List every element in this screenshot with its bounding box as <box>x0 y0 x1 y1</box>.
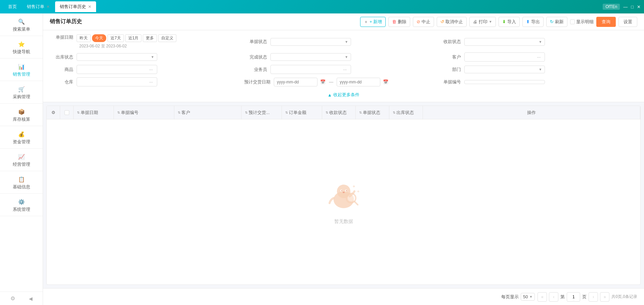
bill-number-input[interactable] <box>464 80 545 84</box>
tab-sales-order-history-close[interactable]: ✕ <box>88 4 91 9</box>
select-all-checkbox[interactable] <box>65 110 69 115</box>
display-details-checkbox-wrap[interactable]: 显示明细 <box>570 19 594 25</box>
payment-status-arrow: ▼ <box>539 40 542 44</box>
print-button[interactable]: 🖨 打印 ▼ <box>469 17 496 27</box>
salesperson-ellipsis[interactable]: ··· <box>342 67 348 72</box>
page-number-input[interactable] <box>567 292 580 302</box>
refresh-button[interactable]: ↻ 刷新 <box>546 17 567 27</box>
page-header: 销售订单历史 ＋ + 新增 🗑 删除 ⊘ 中止 ↺ 取消中止 <box>43 13 644 30</box>
date-filter-group: 单据日期 昨天 今天 近7天 近1月 更多 自定义 2023-06-02 至 2… <box>50 34 244 49</box>
sidebar-item-purchase-mgmt[interactable]: 🛒 采购管理 <box>0 81 43 104</box>
goods-input[interactable]: ··· <box>77 65 157 74</box>
tab-sales-order[interactable]: 销售订单 ✕ <box>22 1 54 12</box>
warehouse-label: 仓库 <box>50 79 77 85</box>
quick-nav-icon: ⭐ <box>18 41 25 47</box>
customer-ellipsis[interactable]: ··· <box>535 54 542 60</box>
tab-sales-order-close[interactable]: ✕ <box>46 4 50 9</box>
cancel-stop-button[interactable]: ↺ 取消中止 <box>437 17 467 27</box>
sort-icon-bill-status[interactable]: ⇅ <box>359 111 362 114</box>
top-bar-right: OfTEn — □ ✕ <box>603 4 641 10</box>
window-maximize[interactable]: □ <box>631 4 634 9</box>
sidebar-item-sales-mgmt[interactable]: 📊 销售管理 <box>0 59 43 81</box>
sidebar-collapse-icon[interactable]: ◀ <box>29 296 33 301</box>
th-settings[interactable]: ⚙ <box>47 106 60 119</box>
query-button[interactable]: 查询 <box>596 17 616 27</box>
sidebar-item-capital-mgmt[interactable]: 💰 资金管理 <box>0 126 43 149</box>
sidebar-item-ops-mgmt[interactable]: 📈 经营管理 <box>0 149 43 171</box>
date-btn-more[interactable]: 更多 <box>143 34 157 42</box>
department-select[interactable]: ▼ <box>464 66 545 73</box>
th-checkbox[interactable] <box>60 106 74 119</box>
sidebar-item-basic-info[interactable]: 📋 基础信息 <box>0 171 43 194</box>
calendar-icon-start[interactable]: 📅 <box>320 79 326 84</box>
window-close[interactable]: ✕ <box>637 4 641 9</box>
delivery-date-filter: 预计交货日期 📅 — 📅 <box>244 78 437 86</box>
sort-icon-customer[interactable]: ⇅ <box>178 111 180 114</box>
delete-icon: 🗑 <box>392 19 396 24</box>
page-size-dropdown[interactable]: 50 ▼ <box>521 293 535 301</box>
customer-input[interactable]: ··· <box>464 52 545 62</box>
search-menu-icon: 🔍 <box>18 18 25 25</box>
next-page-button[interactable]: › <box>589 292 598 302</box>
th-delivery-label: 预计交货... <box>249 110 270 116</box>
date-btn-last7days[interactable]: 近7天 <box>108 34 124 42</box>
delivery-date-start[interactable] <box>274 78 317 86</box>
date-btn-yesterday[interactable]: 昨天 <box>77 34 91 42</box>
payment-status-select[interactable]: ▼ <box>464 38 545 46</box>
collapse-trigger[interactable]: ▲ 收起更多条件 <box>50 90 637 98</box>
salesperson-input[interactable]: ··· <box>270 65 351 74</box>
tab-sales-order-history[interactable]: 销售订单历史 ✕ <box>55 1 96 12</box>
display-details-checkbox[interactable] <box>570 20 575 24</box>
sort-icon-warehouse-status[interactable]: ⇅ <box>393 111 395 114</box>
sort-icon-date[interactable]: ⇅ <box>77 111 80 114</box>
last-page-button[interactable]: » <box>600 292 609 302</box>
sort-icon-payment[interactable]: ⇅ <box>326 111 328 114</box>
sidebar-item-quick-nav[interactable]: ⭐ 快捷导航 <box>0 36 43 59</box>
sidebar-item-basic-info-label: 基础信息 <box>13 184 30 190</box>
sort-icon-amount[interactable]: ⇅ <box>285 111 288 114</box>
delete-button[interactable]: 🗑 删除 <box>388 17 410 27</box>
th-bill-status-label: 单据状态 <box>363 110 380 116</box>
ops-mgmt-icon: 📈 <box>18 153 25 160</box>
sidebar-item-system-mgmt[interactable]: ⚙️ 系统管理 <box>0 194 43 216</box>
date-btn-today[interactable]: 今天 <box>92 34 106 42</box>
tab-home[interactable]: 首页 <box>3 1 22 12</box>
department-label: 部门 <box>437 67 464 73</box>
refresh-label: 刷新 <box>555 19 564 25</box>
goods-ellipsis[interactable]: ··· <box>148 67 154 72</box>
import-button[interactable]: ⬇ 导入 <box>499 17 520 27</box>
delivery-date-end[interactable] <box>337 78 380 86</box>
sidebar-item-system-mgmt-label: 系统管理 <box>13 206 30 213</box>
sidebar-settings-icon[interactable]: ⚙ <box>10 295 15 302</box>
sidebar-item-search-menu[interactable]: 🔍 搜索菜单 <box>0 13 43 36</box>
warehouse-status-select[interactable]: ▼ <box>77 53 157 61</box>
table-settings-icon[interactable]: ⚙ <box>51 110 55 115</box>
date-btn-custom[interactable]: 自定义 <box>158 34 176 42</box>
sidebar-item-inventory-check-label: 库存核算 <box>13 116 30 122</box>
svg-text:✦: ✦ <box>356 189 360 194</box>
page-title: 销售订单历史 <box>50 18 82 25</box>
sidebar-item-purchase-mgmt-label: 采购管理 <box>13 94 30 100</box>
settings-button[interactable]: 设置 <box>618 17 637 27</box>
stop-button[interactable]: ⊘ 中止 <box>413 17 434 27</box>
content-area: 销售订单历史 ＋ + 新增 🗑 删除 ⊘ 中止 ↺ 取消中止 <box>43 13 644 305</box>
warehouse-ellipsis[interactable]: ··· <box>148 79 154 84</box>
th-amount: ⇅ 订单金额 <box>282 106 322 119</box>
window-minimize[interactable]: — <box>623 4 628 9</box>
date-btn-last1month[interactable]: 近1月 <box>125 34 142 42</box>
prev-page-button[interactable]: ‹ <box>549 292 558 302</box>
sidebar-bottom: ⚙ ◀ <box>0 292 43 305</box>
sidebar-item-inventory-check[interactable]: 📦 库存核算 <box>0 104 43 126</box>
delivery-date-label: 预计交货日期 <box>244 79 274 85</box>
calendar-icon-end[interactable]: 📅 <box>383 79 388 84</box>
tab-sales-order-history-label: 销售订单历史 <box>60 4 86 10</box>
complete-status-select[interactable]: ▼ <box>270 53 351 61</box>
sort-icon-delivery[interactable]: ⇅ <box>245 111 248 114</box>
sort-icon-number[interactable]: ⇅ <box>117 111 120 114</box>
warehouse-input[interactable]: ··· <box>77 77 157 86</box>
first-page-button[interactable]: « <box>538 292 547 302</box>
new-button[interactable]: ＋ + 新增 <box>360 17 386 27</box>
department-filter: 部门 ▼ <box>437 66 631 73</box>
export-button[interactable]: ⬆ 导出 <box>522 17 544 27</box>
bill-status-select[interactable]: ▼ <box>270 38 351 46</box>
